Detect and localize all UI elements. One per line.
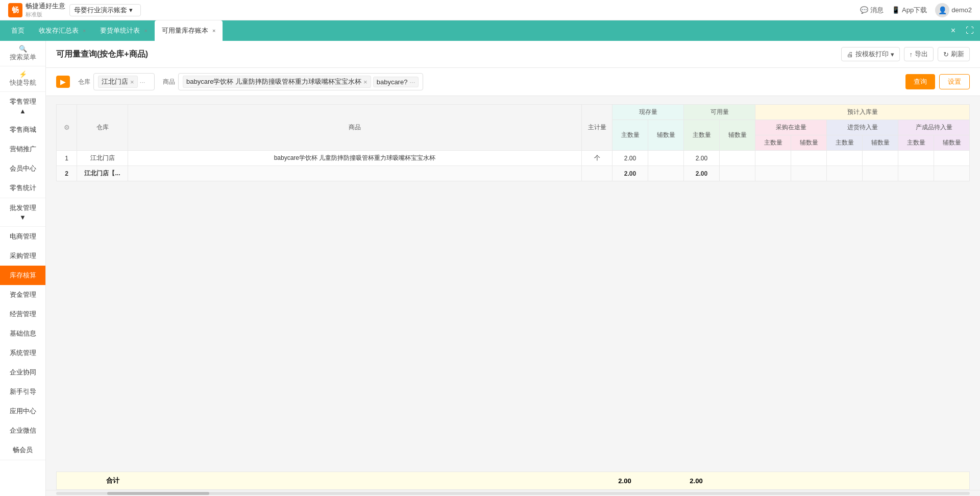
sidebar-label: 经营管理 xyxy=(10,310,36,319)
user-avatar-area[interactable]: 👤 demo2 xyxy=(935,3,972,17)
sidebar-item-retail-mgmt[interactable]: 零售管理 ▲ xyxy=(0,92,45,120)
nav-tabs: 首页 收发存汇总表 × 要货单统计表 × 可用量库存账本 × × ⛶ xyxy=(0,20,980,41)
sidebar-label: 会员中心 xyxy=(10,164,36,173)
row1-no: 1 xyxy=(57,151,77,166)
sidebar-item-enterprise-wechat[interactable]: 企业微信 xyxy=(0,421,45,440)
export-icon: ↑ xyxy=(910,51,913,58)
sidebar-item-marketing[interactable]: 营销推广 xyxy=(0,139,45,159)
brand-name: 畅捷通好生意 xyxy=(26,2,65,11)
tab-receivepay-label: 收发存汇总表 xyxy=(39,26,79,35)
appdown-btn[interactable]: 📱 App下载 xyxy=(892,6,927,15)
th-stock-aux: 辅数量 xyxy=(648,120,684,151)
sidebar-item-purchase-mgmt[interactable]: 采购管理 xyxy=(0,246,45,266)
row1-unit: 个 xyxy=(582,151,612,166)
product-filter-group: 商品 babycare学饮杯 儿童防摔防撞吸管杯重力球吸嘴杯宝宝水杯 × bab… xyxy=(163,73,423,90)
tab-available-label: 可用量库存账本 xyxy=(162,26,208,35)
industry-label: 母婴行业演示账套 xyxy=(74,6,127,15)
industry-selector[interactable]: 母婴行业演示账套 ▾ xyxy=(69,4,141,16)
tab-receivepay-close[interactable]: × xyxy=(83,28,86,34)
sidebar-item-app-center[interactable]: 应用中心 xyxy=(0,401,45,421)
appdown-label: App下载 xyxy=(902,6,927,15)
tab-available[interactable]: 可用量库存账本 × xyxy=(155,20,223,41)
sidebar-label: 系统管理 xyxy=(10,348,36,358)
sidebar-item-operations[interactable]: 经营管理 xyxy=(0,304,45,324)
product-filter-input[interactable]: babycare学饮杯 儿童防摔防撞吸管杯重力球吸嘴杯宝宝水杯 × babyca… xyxy=(178,73,423,90)
sidebar-item-member-center[interactable]: 会员中心 xyxy=(0,159,45,178)
sidebar-search[interactable]: 🔍 搜索菜单 xyxy=(0,41,45,66)
query-btn[interactable]: 查询 xyxy=(905,74,935,89)
row1-stock-main: 2.00 xyxy=(612,151,648,166)
scroll-bar-area xyxy=(46,490,980,496)
nav-tabs-right: × ⛶ xyxy=(947,20,976,41)
filter-toggle-btn[interactable]: ▶ xyxy=(56,76,70,88)
product-tag1: babycare学饮杯 儿童防摔防撞吸管杯重力球吸嘴杯宝宝水杯 × xyxy=(183,76,371,88)
product-tag1-remove[interactable]: × xyxy=(363,78,368,86)
row2-product xyxy=(128,166,582,181)
tab-requisition[interactable]: 要货单统计表 × xyxy=(93,20,154,41)
row1-purchase-main xyxy=(755,151,791,166)
refresh-btn[interactable]: ↻ 刷新 xyxy=(938,47,970,61)
sidebar-label: 营销推广 xyxy=(10,145,36,154)
footer-area: 合计 2.00 2.00 xyxy=(46,471,980,490)
page-header: 可用量查询(按仓库+商品) 🖨 按模板打印 ▾ ↑ 导出 ↻ 刷新 xyxy=(46,41,980,68)
settings-icon[interactable]: ⚙ xyxy=(64,124,70,131)
nav-expand-icon[interactable]: ⛶ xyxy=(964,26,976,35)
th-settings[interactable]: ⚙ xyxy=(57,105,77,151)
tab-available-close[interactable]: × xyxy=(212,28,215,34)
sidebar-item-finance[interactable]: 资金管理 xyxy=(0,285,45,304)
warehouse-tag-remove[interactable]: × xyxy=(130,78,134,86)
row1-product-main xyxy=(898,151,934,166)
sidebar-item-retail-stats[interactable]: 零售统计 xyxy=(0,178,45,198)
th-incoming-aux: 辅数量 xyxy=(863,135,898,151)
sidebar-label: 库存核算 xyxy=(10,271,36,280)
message-icon: 💬 xyxy=(860,6,868,14)
sidebar-quicknav-label: 快捷导航 xyxy=(3,78,42,87)
username-label: demo2 xyxy=(951,6,972,14)
sidebar-item-enterprise[interactable]: 企业协同 xyxy=(0,363,45,382)
sidebar-item-retail-mall[interactable]: 零售商城 xyxy=(0,120,45,139)
quicknav-icon: ⚡ xyxy=(3,70,42,78)
sidebar-item-wholesale-mgmt[interactable]: 批发管理 ▼ xyxy=(0,198,45,226)
row2-warehouse: 江北门店【... xyxy=(77,166,128,181)
export-btn[interactable]: ↑ 导出 xyxy=(904,47,934,61)
chevron-down-icon: ▾ xyxy=(891,51,894,58)
th-product-main: 主数量 xyxy=(898,135,934,151)
product-tag2: babycare? ··· xyxy=(373,77,419,87)
export-label: 导出 xyxy=(915,50,928,59)
warehouse-filter-input[interactable]: 江北门店 × ··· xyxy=(93,73,155,90)
th-stock-group: 现存量 xyxy=(612,105,684,120)
filter-more-btn[interactable]: ··· xyxy=(140,78,145,86)
sidebar-item-basic-info[interactable]: 基础信息 xyxy=(0,324,45,343)
th-product: 商品 xyxy=(128,105,582,151)
template-print-label: 按模板打印 xyxy=(855,50,889,59)
scroll-thumb[interactable] xyxy=(107,492,209,495)
th-product-aux: 辅数量 xyxy=(934,135,970,151)
footer-avail-main: 2.00 xyxy=(678,477,714,485)
message-btn[interactable]: 💬 消息 xyxy=(860,6,884,15)
sidebar-item-system[interactable]: 系统管理 xyxy=(0,343,45,363)
sidebar-label: 采购管理 xyxy=(10,251,36,261)
sidebar-label: 零售管理 xyxy=(10,97,36,106)
print-icon: 🖨 xyxy=(847,51,853,58)
sidebar-item-vip-member[interactable]: 畅会员 xyxy=(0,440,45,460)
setting-btn[interactable]: 设置 xyxy=(939,74,970,89)
template-print-btn[interactable]: 🖨 按模板打印 ▾ xyxy=(841,47,900,61)
refresh-icon: ↻ xyxy=(943,51,949,58)
scroll-track[interactable] xyxy=(56,492,970,495)
row2-purchase-main xyxy=(755,166,791,181)
top-bar-left: 畅 畅捷通好生意 标准版 母婴行业演示账套 ▾ xyxy=(8,2,141,18)
th-forecast-group: 预计入库量 xyxy=(755,105,970,120)
th-purchase-transit: 采购在途量 xyxy=(755,120,827,135)
sidebar-quick-nav[interactable]: ⚡ 快捷导航 xyxy=(0,66,45,92)
message-label: 消息 xyxy=(870,6,884,15)
sidebar-item-inventory[interactable]: 库存核算 xyxy=(0,266,45,285)
product-tag2-more[interactable]: ··· xyxy=(409,78,415,86)
sidebar-section-wholesale: 批发管理 ▼ xyxy=(0,198,45,227)
sidebar-item-ecommerce[interactable]: 电商管理 xyxy=(0,227,45,246)
nav-close-icon[interactable]: × xyxy=(947,26,960,35)
tab-home[interactable]: 首页 xyxy=(4,20,32,41)
top-bar-right: 💬 消息 📱 App下载 👤 demo2 xyxy=(860,3,972,17)
sidebar-item-new-guide[interactable]: 新手引导 xyxy=(0,382,45,401)
tab-receivepay[interactable]: 收发存汇总表 × xyxy=(32,20,93,41)
tab-requisition-close[interactable]: × xyxy=(144,28,147,34)
